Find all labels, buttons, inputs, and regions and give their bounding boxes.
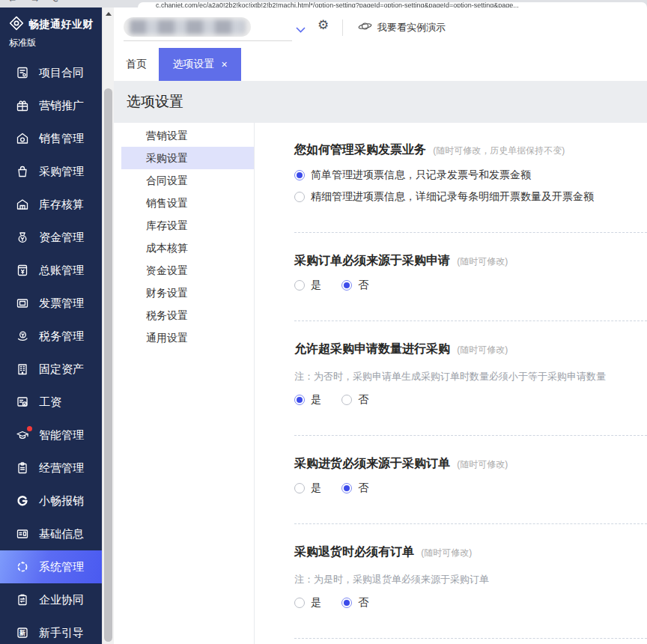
ledger-icon: [16, 264, 29, 277]
submenu-item[interactable]: 采购设置: [121, 147, 254, 169]
browser-refresh-icon[interactable]: ⟳: [52, 0, 61, 4]
radio-icon[interactable]: [294, 192, 305, 202]
sidebar-scrollbar[interactable]: [102, 7, 114, 644]
g-icon: [16, 494, 29, 508]
radio-option[interactable]: 否: [341, 482, 368, 495]
sidebar-item-clipboard[interactable]: 经营管理: [0, 452, 102, 484]
sidebar-item-moneybag[interactable]: 资金管理: [0, 221, 102, 254]
radio-icon[interactable]: [341, 483, 352, 493]
tax-icon: [16, 329, 29, 343]
radio-option[interactable]: 是: [294, 596, 321, 610]
section-title: 采购退货时必须有订单 (随时可修改): [294, 544, 647, 560]
radio-option-label: 是: [311, 279, 321, 292]
browser-chrome-strip: ← → ⟳ c.chanjet.com/ec/a2a0!2b2!koc!jxtb…: [0, 0, 647, 7]
sidebar-item-collab[interactable]: 企业协同: [0, 583, 102, 616]
radio-icon[interactable]: [341, 280, 352, 291]
browser-url-text: c.chanjet.com/ec/a2a0!2b2!koc!jxtb!2!b2!…: [138, 2, 647, 7]
sidebar-item-new[interactable]: 新 新手引导: [0, 616, 102, 644]
sidebar-item-label: 总账管理: [39, 264, 84, 278]
sidebar-item-gift[interactable]: 营销推广: [0, 89, 102, 122]
idcard-icon: [16, 527, 29, 541]
radio-icon[interactable]: [294, 170, 305, 180]
sidebar-item-house[interactable]: 销售管理: [0, 122, 102, 155]
new-icon: 新: [16, 626, 29, 640]
radio-icon[interactable]: [341, 598, 352, 608]
submenu-item[interactable]: 销售设置: [114, 192, 254, 214]
sidebar-item-invoice[interactable]: 发票管理: [0, 287, 102, 320]
submenu-item[interactable]: 合同设置: [114, 169, 254, 192]
scrollbar-up-arrow-icon[interactable]: [103, 7, 114, 19]
section-suffix: (随时可修改): [419, 547, 472, 558]
sidebar-item-salary[interactable]: 工资: [0, 386, 102, 419]
submenu-item[interactable]: 成本核算: [114, 237, 254, 259]
section-title: 采购进货必须来源于采购订单 (随时可修改): [294, 456, 647, 472]
building-icon: [16, 362, 29, 376]
section-note: 注：为否时，采购申请单生成采购订单时数量必须小于等于采购申请数量: [294, 370, 647, 383]
toolbar-divider: [342, 19, 343, 36]
submenu-item[interactable]: 财务设置: [114, 282, 254, 304]
sidebar-item-label: 系统管理: [39, 560, 84, 574]
sidebar-item-ledger[interactable]: 总账管理: [0, 254, 102, 287]
section-title: 允许超采购申请数量进行采购 (随时可修改): [294, 341, 647, 357]
sidebar-item-building[interactable]: 固定资产: [0, 353, 102, 386]
sidebar-item-label: 小畅报销: [39, 494, 84, 508]
submenu-item[interactable]: 税务设置: [114, 304, 254, 326]
sidebar-item-warehouse[interactable]: 库存核算: [0, 188, 102, 221]
sidebar-item-label: 采购管理: [39, 165, 84, 179]
radio-option[interactable]: 精细管理进项票信息，详细记录每条明细开票数量及开票金额: [294, 190, 647, 204]
submenu-item[interactable]: 库存设置: [114, 214, 254, 237]
browser-forward-icon[interactable]: →: [30, 0, 40, 4]
section-suffix: (随时可修改): [455, 459, 508, 470]
contract-icon: [16, 66, 29, 79]
sidebar-item-label: 智能管理: [39, 428, 84, 443]
radio-option[interactable]: 否: [341, 393, 368, 407]
radio-option-label: 否: [358, 279, 368, 292]
sidebar-item-cap[interactable]: 智能管理: [0, 419, 102, 452]
chevron-down-icon[interactable]: [296, 22, 306, 36]
settings-sections: 您如何管理采购发票业务 (随时可修改，历史单据保持不变) 简单管理进项票信息，只…: [255, 123, 647, 644]
sidebar-nav: 项目合同 营销推广 销售管理 采购管理 库存核算 资金管理 总账管理 发票管理 …: [0, 56, 102, 644]
section-options: 是 否: [294, 596, 647, 610]
radio-icon[interactable]: [294, 280, 305, 291]
section-suffix: (随时可修改): [455, 344, 508, 355]
sidebar-item-label: 固定资产: [39, 362, 84, 377]
browser-back-icon[interactable]: ←: [7, 0, 17, 4]
radio-option[interactable]: 否: [341, 279, 368, 292]
sidebar-item-tax[interactable]: 税务管理: [0, 320, 102, 353]
radio-icon[interactable]: [294, 395, 305, 405]
radio-icon[interactable]: [341, 395, 352, 405]
sidebar-item-contract[interactable]: 项目合同: [0, 56, 102, 89]
scrollbar-thumb[interactable]: [104, 88, 112, 642]
top-toolbar: ⚙ 我要看实例演示: [114, 7, 647, 48]
gear-icon[interactable]: ⚙: [318, 19, 329, 31]
sidebar-item-bag[interactable]: 采购管理: [0, 155, 102, 188]
submenu-item[interactable]: 资金设置: [114, 259, 254, 282]
section-title: 采购订单必须来源于采购申请 (随时可修改): [294, 253, 647, 269]
radio-icon[interactable]: [294, 483, 305, 493]
radio-option-label: 是: [311, 596, 321, 610]
submenu-item[interactable]: 通用设置: [114, 326, 254, 349]
radio-option-label: 否: [358, 482, 368, 495]
content: 营销设置采购设置合同设置销售设置库存设置成本核算资金设置财务设置税务设置通用设置…: [114, 123, 647, 644]
demo-link[interactable]: 我要看实例演示: [358, 20, 446, 34]
collab-icon: [16, 593, 29, 607]
radio-icon[interactable]: [294, 598, 305, 608]
radio-option[interactable]: 是: [294, 279, 321, 292]
radio-option[interactable]: 是: [294, 482, 321, 495]
tab-option-settings[interactable]: 选项设置 ×: [159, 48, 241, 81]
sidebar-item-g[interactable]: 小畅报销: [0, 484, 102, 517]
submenu-item[interactable]: 营销设置: [114, 124, 254, 147]
radio-option[interactable]: 是: [294, 393, 321, 407]
browser-url-bar[interactable]: c.chanjet.com/ec/a2a0!2b2!koc!jxtb!2!b2!…: [138, 2, 647, 7]
sidebar-item-label: 营销推广: [39, 99, 84, 113]
company-name-blurred: [124, 17, 251, 37]
company-selector[interactable]: [124, 17, 292, 37]
sidebar-item-sync[interactable]: 系统管理: [0, 550, 102, 583]
tab-option-settings-label: 选项设置: [172, 58, 214, 71]
sidebar-item-label: 税务管理: [39, 329, 84, 344]
sidebar-item-idcard[interactable]: 基础信息: [0, 517, 102, 550]
radio-option[interactable]: 否: [341, 596, 368, 610]
tab-close-icon[interactable]: ×: [221, 59, 227, 70]
radio-option[interactable]: 简单管理进项票信息，只记录发票号和发票金额: [294, 168, 647, 182]
tab-home[interactable]: 首页: [114, 48, 159, 81]
